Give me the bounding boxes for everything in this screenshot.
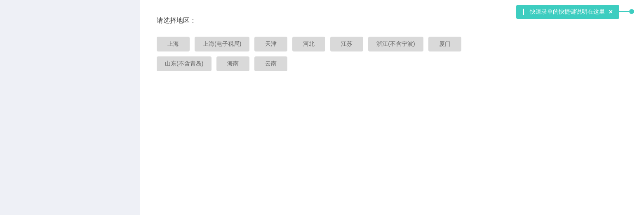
tooltip-text: 快速录单的快捷键说明在这里 xyxy=(530,8,605,16)
tooltip-line xyxy=(619,11,629,12)
region-btn-shandong[interactable]: 山东(不含青岛) xyxy=(157,56,212,71)
region-btn-jiangsu[interactable]: 江苏 xyxy=(330,37,363,51)
region-btn-tianjin[interactable]: 天津 xyxy=(254,37,287,51)
tooltip-close-button[interactable]: × xyxy=(609,9,613,15)
region-btn-zhejiang[interactable]: 浙江(不含宁波) xyxy=(368,37,423,51)
region-buttons-row-1: 上海上海(电子税局)天津河北江苏浙江(不含宁波)厦门 xyxy=(157,37,628,51)
left-sidebar xyxy=(0,0,140,215)
region-btn-xiamen[interactable]: 厦门 xyxy=(428,37,461,51)
region-btn-shanghai-etax[interactable]: 上海(电子税局) xyxy=(195,37,249,51)
region-btn-hebei[interactable]: 河北 xyxy=(292,37,325,51)
tooltip-dot xyxy=(629,9,634,14)
tooltip-banner: 快速录单的快捷键说明在这里 × xyxy=(516,5,619,19)
region-btn-hainan[interactable]: 海南 xyxy=(216,56,249,71)
main-content: 请选择地区： 上海上海(电子税局)天津河北江苏浙江(不含宁波)厦门 山东(不含青… xyxy=(140,0,644,215)
region-btn-yunnan[interactable]: 云南 xyxy=(254,56,287,71)
region-btn-shanghai[interactable]: 上海 xyxy=(157,37,190,51)
region-buttons-row-2: 山东(不含青岛)海南云南 xyxy=(157,56,628,71)
